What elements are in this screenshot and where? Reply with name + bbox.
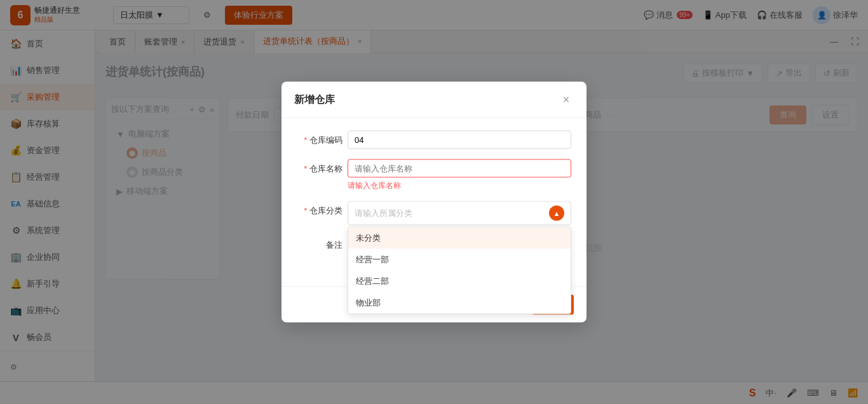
note-label: 备注 <box>297 236 348 251</box>
name-input[interactable] <box>348 159 571 178</box>
dropdown-option-3[interactable]: 物业部 <box>348 292 571 314</box>
code-required-mark: * <box>304 135 307 145</box>
code-input[interactable] <box>348 131 571 149</box>
modal-body: * 仓库编码 * 仓库名称 请输入仓库名称 * 仓库分类 <box>281 118 587 286</box>
category-placeholder: 请输入所属分类 <box>355 208 412 219</box>
name-label: * 仓库名称 <box>297 159 348 175</box>
category-chevron-icon: ▲ <box>549 206 564 221</box>
dropdown-option-2[interactable]: 经营二部 <box>348 271 571 292</box>
category-form-row: * 仓库分类 请输入所属分类 ▲ 未分类 经营一部 经营二部 物业部 <box>297 201 571 226</box>
modal-dialog: 新增仓库 × * 仓库编码 * 仓库名称 请输入仓库名称 <box>281 82 587 323</box>
category-select-wrapper: 请输入所属分类 ▲ 未分类 经营一部 经营二部 物业部 <box>348 201 571 226</box>
name-form-row: * 仓库名称 请输入仓库名称 <box>297 159 571 191</box>
code-form-row: * 仓库编码 <box>297 131 571 149</box>
category-dropdown: 未分类 经营一部 经营二部 物业部 <box>348 227 571 314</box>
name-error-msg: 请输入仓库名称 <box>348 180 571 191</box>
modal-title: 新增仓库 <box>294 93 335 106</box>
modal-header: 新增仓库 × <box>281 82 587 118</box>
category-label: * 仓库分类 <box>297 201 348 217</box>
category-select[interactable]: 请输入所属分类 ▲ <box>348 201 571 226</box>
name-required-mark: * <box>304 164 307 173</box>
code-label: * 仓库编码 <box>297 131 348 146</box>
category-required-mark: * <box>304 206 307 215</box>
modal-close-button[interactable]: × <box>559 92 574 107</box>
dropdown-option-1[interactable]: 经营一部 <box>348 249 571 271</box>
dropdown-option-0[interactable]: 未分类 <box>348 227 571 249</box>
name-field-wrapper: 请输入仓库名称 <box>348 159 571 191</box>
